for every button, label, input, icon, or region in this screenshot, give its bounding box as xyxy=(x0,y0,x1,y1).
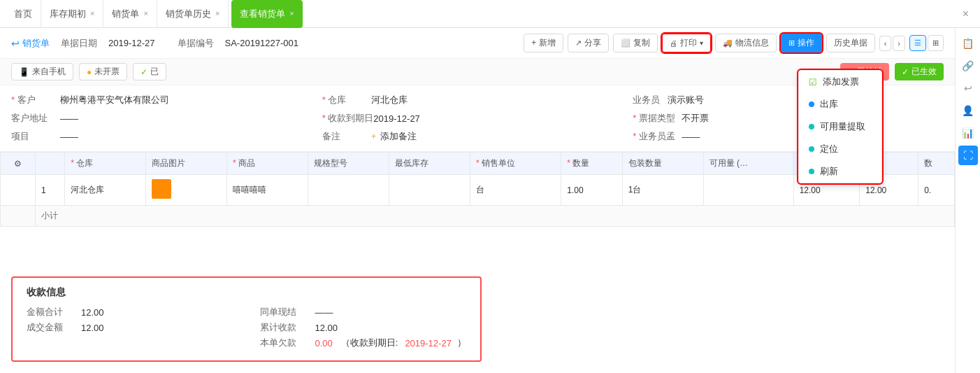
col-available: 可用量 (… xyxy=(703,153,793,175)
copy-button[interactable]: ⬜ 复制 xyxy=(613,34,658,52)
payment-grid: 金额合计 12.00 成交金额 12.00 同单现结 —— xyxy=(27,306,466,352)
col-product-img: 商品图片 xyxy=(146,153,227,175)
same-order-label: 同单现结 xyxy=(260,306,309,318)
copy-icon: ⬜ xyxy=(621,38,630,48)
from-phone-button[interactable]: 📱 来自手机 xyxy=(11,63,73,80)
row-settings xyxy=(1,175,36,206)
panel-icon-4[interactable]: 👤 xyxy=(958,101,978,120)
total-row: 金额合计 12.00 xyxy=(27,306,232,318)
staff2-field: 业务员孟 —— xyxy=(633,130,944,143)
check-button[interactable]: ✓ 已 xyxy=(133,63,166,80)
col-settings[interactable]: ⚙ xyxy=(1,153,36,175)
owe-label: 本单欠款 xyxy=(260,337,309,349)
payment-date-value[interactable]: 2019-12-27 xyxy=(373,113,633,124)
share-button[interactable]: ↗ 分享 xyxy=(568,34,609,52)
staff2-label: 业务员孟 xyxy=(633,130,682,143)
history-button[interactable]: 历史单据 xyxy=(826,34,875,52)
share-icon: ↗ xyxy=(575,38,582,48)
tab-sales-close[interactable]: × xyxy=(143,10,147,17)
row-amount: 0. xyxy=(918,175,955,206)
col-spec: 规格型号 xyxy=(308,153,389,175)
warehouse-value[interactable]: 河北仓库 xyxy=(371,94,633,106)
note-field: 备注 + 添加备注 xyxy=(322,130,633,143)
tab-sales-order[interactable]: 销货单 × xyxy=(103,0,157,28)
doc-type-badge: ↩ 销货单 xyxy=(11,37,50,50)
note-label: 备注 xyxy=(322,130,371,143)
dropdown-available-qty[interactable]: 可用量提取 xyxy=(799,115,881,138)
panel-icon-5[interactable]: 📊 xyxy=(958,123,978,143)
next-button[interactable]: › xyxy=(893,36,905,51)
payment-section: 收款信息 金额合计 12.00 成交金额 12.00 xyxy=(0,265,955,373)
project-value[interactable]: —— xyxy=(60,132,322,142)
tab-view-sales-close[interactable]: × xyxy=(289,10,294,17)
operations-button[interactable]: ⊞ 操作 xyxy=(781,34,822,52)
dropdown-locate[interactable]: 定位 xyxy=(799,138,881,160)
dropdown-add-invoice[interactable]: ☑ 添加发票 xyxy=(799,71,881,93)
operations-label: 操作 xyxy=(798,37,814,49)
number-value: SA-20191227-001 xyxy=(225,38,299,48)
due-label: （收款到期日: xyxy=(341,337,398,349)
checkbox-icon: ☑ xyxy=(809,77,817,87)
view-toggle: ☰ ⊞ xyxy=(909,35,944,51)
not-open-button[interactable]: ● 未开票 xyxy=(79,63,127,80)
col-unit: 销售单位 xyxy=(470,153,561,175)
cumulative-value: 12.00 xyxy=(315,323,338,333)
not-open-icon: ● xyxy=(87,67,92,77)
ticket-field: 票据类型 不开票 xyxy=(633,112,944,125)
locate-label: 定位 xyxy=(820,143,838,155)
prev-button[interactable]: ‹ xyxy=(879,36,892,51)
tab-sales-history[interactable]: 销货单历史 × xyxy=(157,0,229,28)
total-label: 金额合计 xyxy=(27,306,75,318)
note-add-btn[interactable]: + 添加备注 xyxy=(371,130,633,143)
row-product-img xyxy=(146,175,227,206)
logistics-label: 物流信息 xyxy=(735,37,769,49)
date-value: 2019-12-27 xyxy=(108,38,155,48)
deal-row: 成交金额 12.00 xyxy=(27,321,232,334)
customer-label: 客户 xyxy=(11,94,60,106)
tab-history-close[interactable]: × xyxy=(215,10,219,17)
new-label: + 新增 xyxy=(531,37,555,49)
panel-icon-6[interactable]: ⛶ xyxy=(958,146,978,165)
dropdown-refresh[interactable]: 刷新 xyxy=(799,160,881,183)
grid-view-button[interactable]: ⊞ xyxy=(928,35,944,51)
effect-icon: ✓ xyxy=(902,67,909,77)
new-button[interactable]: + 新增 xyxy=(524,34,563,52)
dropdown-outbound[interactable]: 出库 xyxy=(799,93,881,115)
print-label: 打印 xyxy=(680,37,697,49)
tab-inventory-close[interactable]: × xyxy=(90,10,94,17)
outbound-label: 出库 xyxy=(820,98,838,111)
product-image xyxy=(152,179,171,199)
logistics-button[interactable]: 🚚 物流信息 xyxy=(715,34,777,52)
col-min-stock: 最低库存 xyxy=(389,153,470,175)
panel-icon-2[interactable]: 🔗 xyxy=(958,56,978,76)
tab-home[interactable]: 首页 xyxy=(6,0,41,28)
row-product: 嘻嘻嘻嘻 xyxy=(227,175,308,206)
doc-header: ↩ 销货单 单据日期 2019-12-27 单据编号 SA-20191227-0… xyxy=(0,28,955,59)
customer-value[interactable]: 柳州粤港平安气体有限公司 xyxy=(60,94,322,106)
check-icon: ✓ xyxy=(140,67,147,77)
available-qty-dot xyxy=(809,124,814,129)
outbound-dot xyxy=(809,101,814,107)
tab-inventory-label: 库存期初 xyxy=(50,8,86,20)
tab-sales-label: 销货单 xyxy=(112,8,139,20)
address-value[interactable]: —— xyxy=(60,113,322,124)
same-order-row: 同单现结 —— xyxy=(260,306,466,318)
project-field: 项目 —— xyxy=(11,130,322,143)
row-unit: 台 xyxy=(470,175,561,206)
effect-status-button[interactable]: ✓ 已生效 xyxy=(895,63,944,80)
panel-icon-1[interactable]: 📋 xyxy=(958,34,978,53)
col-amount: 数 xyxy=(918,153,955,175)
window-close-button[interactable]: × xyxy=(957,8,974,20)
operations-icon: ⊞ xyxy=(788,38,795,48)
not-open-label: 未开票 xyxy=(94,66,120,78)
project-label: 项目 xyxy=(11,130,60,143)
list-view-button[interactable]: ☰ xyxy=(909,35,926,51)
address-label: 客户地址 xyxy=(11,112,60,125)
panel-icon-3[interactable]: ↩ xyxy=(958,78,978,98)
check-label: 已 xyxy=(150,66,159,78)
warehouse-label: 仓库 xyxy=(322,94,371,106)
add-invoice-label: 添加发票 xyxy=(823,76,859,88)
print-button[interactable]: 🖨 打印 ▾ xyxy=(662,34,711,52)
tab-view-sales[interactable]: 查看销货单 × xyxy=(231,0,302,28)
tab-inventory-init[interactable]: 库存期初 × xyxy=(41,0,103,28)
